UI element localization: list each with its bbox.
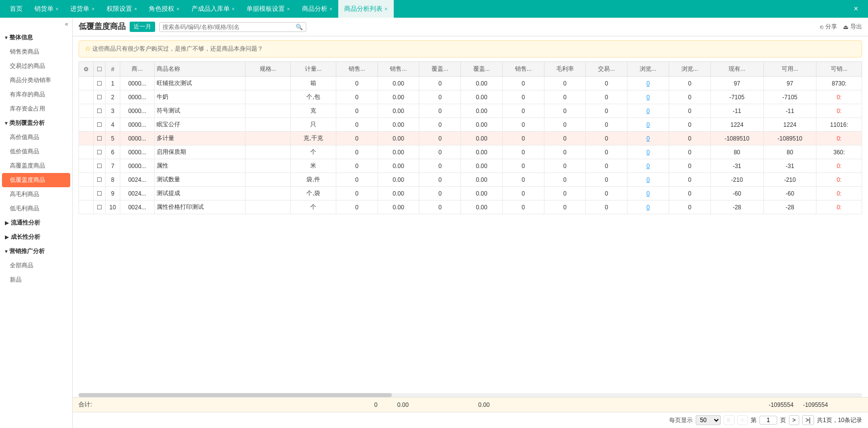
nav-home[interactable]: 首页 — [4, 0, 28, 18]
td-settings[interactable] — [79, 145, 94, 159]
td-check[interactable]: ☐ — [94, 145, 106, 159]
sidebar-item-high-coverage[interactable]: 高覆盖度商品 — [0, 159, 72, 173]
sidebar-item-low-profit[interactable]: 低毛利商品 — [0, 201, 72, 216]
td-settings[interactable] — [79, 104, 94, 118]
nav-goods-analysis[interactable]: 商品分析 × — [296, 0, 338, 18]
window-close-button[interactable]: × — [848, 4, 864, 13]
th-settings[interactable]: ⚙ — [79, 62, 94, 77]
sidebar-section-flow[interactable]: ▶ 流通性分析 — [0, 216, 72, 230]
td-settings[interactable] — [79, 118, 94, 132]
td-settings[interactable] — [79, 187, 94, 200]
td-browse1[interactable]: 0 — [627, 118, 669, 132]
td-check[interactable]: ☐ — [94, 187, 106, 200]
prev-page-button[interactable]: < — [737, 415, 748, 425]
search-input[interactable] — [163, 24, 296, 30]
td-settings[interactable] — [79, 159, 94, 173]
td-browse1[interactable]: 0 — [627, 132, 669, 145]
th-browse2[interactable]: 浏览... — [669, 62, 710, 77]
td-check[interactable]: ☐ — [94, 118, 106, 132]
page-size-select[interactable]: 50 20 100 — [696, 415, 721, 425]
export-button[interactable]: ⏏ 导出 — [843, 23, 862, 31]
nav-close-product[interactable]: × — [232, 6, 235, 12]
sidebar-section-marketing[interactable]: ▾ 营销推广分析 — [0, 244, 72, 258]
th-cover1[interactable]: 覆盖... — [419, 62, 461, 77]
td-check[interactable]: ☐ — [94, 159, 106, 173]
td-settings[interactable] — [79, 173, 94, 187]
sidebar-item-traded-goods[interactable]: 交易过的商品 — [0, 59, 72, 73]
th-sales2[interactable]: 销售... — [378, 62, 419, 77]
td-check[interactable]: ☐ — [94, 173, 106, 187]
td-sales2: 0.00 — [378, 200, 419, 214]
th-sales1[interactable]: 销售... — [336, 62, 378, 77]
sidebar-item-new-goods[interactable]: 新品 — [0, 273, 72, 287]
td-check[interactable]: ☐ — [94, 77, 106, 90]
nav-purchase[interactable]: 进货单 × — [64, 0, 100, 18]
nav-permission[interactable]: 权限设置 × — [101, 0, 143, 18]
search-icon[interactable]: 🔍 — [296, 24, 303, 30]
th-sellable[interactable]: 可销... — [816, 62, 862, 77]
scrollbar-thumb[interactable] — [79, 393, 392, 397]
nav-template[interactable]: 单据模板设置 × — [241, 0, 296, 18]
nav-goods-analysis-list[interactable]: 商品分析列表 × — [338, 0, 393, 18]
td-settings[interactable] — [79, 200, 94, 214]
td-browse1[interactable]: 0 — [627, 77, 669, 90]
th-check[interactable]: ☐ — [94, 62, 106, 77]
sidebar-item-capital[interactable]: 库存资金占用 — [0, 102, 72, 116]
td-browse1[interactable]: 0 — [627, 187, 669, 200]
th-unit[interactable]: 计量... — [291, 62, 336, 77]
th-cover2[interactable]: 覆盖... — [461, 62, 503, 77]
nav-close-purchase[interactable]: × — [91, 6, 94, 12]
td-check[interactable]: ☐ — [94, 104, 106, 118]
td-browse1[interactable]: 0 — [627, 90, 669, 104]
td-check[interactable]: ☐ — [94, 90, 106, 104]
sidebar-item-all-goods[interactable]: 全部商品 — [0, 258, 72, 273]
nav-role[interactable]: 角色授权 × — [143, 0, 185, 18]
th-code[interactable]: 商... — [120, 62, 155, 77]
nav-product[interactable]: 产成品入库单 × — [186, 0, 241, 18]
td-browse1[interactable]: 0 — [627, 145, 669, 159]
th-browse1[interactable]: 浏览... — [627, 62, 669, 77]
sidebar-item-high-profit[interactable]: 高毛利商品 — [0, 187, 72, 201]
th-stock2[interactable]: 可用... — [763, 62, 816, 77]
td-browse1[interactable]: 0 — [627, 104, 669, 118]
first-page-button[interactable]: K — [724, 415, 734, 425]
nav-close-template[interactable]: × — [287, 6, 290, 12]
horizontal-scrollbar[interactable] — [79, 393, 862, 397]
td-settings[interactable] — [79, 90, 94, 104]
td-check[interactable]: ☐ — [94, 200, 106, 214]
th-gross[interactable]: 毛利率 — [544, 62, 586, 77]
sidebar-item-stock-goods[interactable]: 有库存的商品 — [0, 87, 72, 102]
nav-close-sales[interactable]: × — [55, 6, 58, 12]
nav-close-permission[interactable]: × — [134, 6, 137, 12]
sidebar-toggle[interactable]: « — [0, 18, 72, 30]
share-button[interactable]: ⎋ 分享 — [820, 23, 837, 31]
nav-close-role[interactable]: × — [176, 6, 179, 12]
time-filter-button[interactable]: 近一月 — [130, 22, 155, 32]
td-check[interactable]: ☐ — [94, 132, 106, 145]
th-spec[interactable]: 规格... — [245, 62, 290, 77]
sidebar-item-high-value[interactable]: 高价值商品 — [0, 130, 72, 144]
sidebar-item-sales-goods[interactable]: 销售类商品 — [0, 45, 72, 59]
page-title: 低覆盖度商品 — [79, 22, 126, 32]
td-settings[interactable] — [79, 77, 94, 90]
td-browse1[interactable]: 0 — [627, 159, 669, 173]
td-browse1[interactable]: 0 — [627, 200, 669, 214]
td-settings[interactable] — [79, 132, 94, 145]
next-page-button[interactable]: > — [789, 415, 799, 425]
sidebar-section-whole[interactable]: ▾ 整体信息 — [0, 30, 72, 45]
last-page-button[interactable]: >| — [802, 415, 814, 425]
sidebar-section-growth[interactable]: ▶ 成长性分析 — [0, 230, 72, 244]
nav-close-goods-analysis[interactable]: × — [329, 6, 332, 12]
nav-close-goods-analysis-list[interactable]: × — [384, 6, 387, 12]
th-name[interactable]: 商品名称 — [155, 62, 245, 77]
sidebar-item-low-coverage[interactable]: 低覆盖度商品 — [2, 173, 70, 187]
td-browse1[interactable]: 0 — [627, 173, 669, 187]
th-trade[interactable]: 交易... — [586, 62, 627, 77]
current-page-input[interactable] — [760, 416, 777, 425]
sidebar-section-class[interactable]: ▾ 类别覆盖分析 — [0, 116, 72, 130]
th-stock1[interactable]: 现有... — [710, 62, 763, 77]
nav-sales[interactable]: 销货单 × — [28, 0, 64, 18]
sidebar-item-low-value[interactable]: 低价值商品 — [0, 144, 72, 159]
th-sales3[interactable]: 销售... — [502, 62, 544, 77]
sidebar-item-category-rate[interactable]: 商品分类动销率 — [0, 73, 72, 87]
